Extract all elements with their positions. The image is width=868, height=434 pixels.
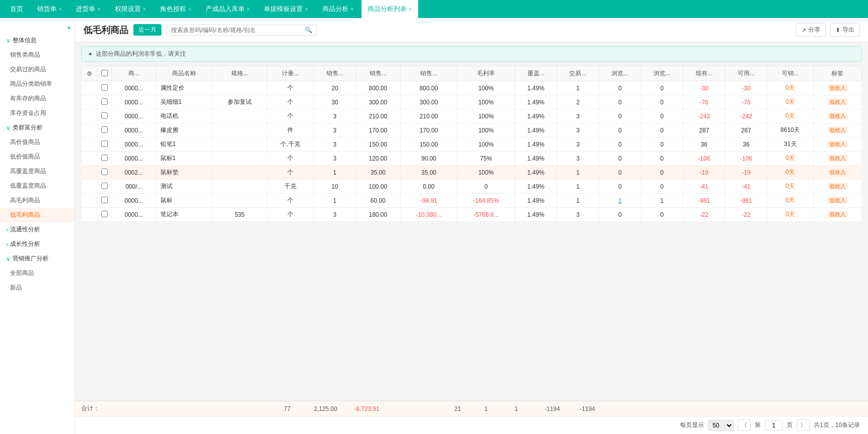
col-browse2-header[interactable]: 浏览... xyxy=(641,66,683,81)
row-saleable-days: 0天 xyxy=(767,194,813,208)
row-trans: 2 xyxy=(557,95,599,109)
row-select-checkbox[interactable] xyxy=(101,183,108,189)
sidebar-group-overall[interactable]: ∨ 整体信息 xyxy=(0,33,75,48)
row-checkbox[interactable] xyxy=(98,109,112,123)
prev-page-button[interactable]: 〈 xyxy=(738,419,751,431)
nav-sales-order[interactable]: 销货单 × xyxy=(31,0,68,18)
sidebar-collapse-btn[interactable]: « xyxy=(0,22,75,33)
row-select-checkbox[interactable] xyxy=(101,126,108,133)
row-select-checkbox[interactable] xyxy=(101,197,108,203)
search-icon[interactable]: 🔍 xyxy=(305,27,312,34)
col-tag-header[interactable]: 标签 xyxy=(813,66,861,81)
col-spec-header[interactable]: 规格... xyxy=(213,66,267,81)
sidebar-item-high-coverage[interactable]: 高覆盖度商品 xyxy=(0,164,75,179)
row-checkbox[interactable] xyxy=(98,208,112,222)
col-sales-profit-header[interactable]: 销售... xyxy=(400,66,457,81)
col-sales-price-header[interactable]: 销售... xyxy=(356,66,401,81)
sidebar-group-cluster[interactable]: ∨ 类群富分析 xyxy=(0,120,75,135)
nav-purchase-order[interactable]: 进货单 × xyxy=(70,0,106,18)
sidebar-item-high-value[interactable]: 高价值商品 xyxy=(0,135,75,150)
row-trans: 3 xyxy=(557,152,599,166)
sidebar-item-in-stock[interactable]: 有库存的商品 xyxy=(0,91,75,106)
row-unit: 千克 xyxy=(267,180,313,194)
row-select-checkbox[interactable] xyxy=(101,140,108,147)
row-select-checkbox[interactable] xyxy=(101,155,108,161)
row-gross-margin: 100% xyxy=(457,166,515,180)
sidebar-item-low-value[interactable]: 低价值商品 xyxy=(0,150,75,164)
tag-label: 低收入 xyxy=(827,112,848,119)
next-page-button[interactable]: 〉 xyxy=(797,419,810,431)
sidebar-item-low-coverage[interactable]: 低覆盖度商品 xyxy=(0,179,75,193)
row-select-checkbox[interactable] xyxy=(101,211,108,217)
col-trans-header[interactable]: 交易... xyxy=(557,66,599,81)
close-purchase-order-icon[interactable]: × xyxy=(97,6,100,12)
search-input[interactable] xyxy=(171,27,305,34)
sidebar-item-low-margin[interactable]: 低毛利商品 xyxy=(0,208,75,222)
sidebar-item-traded-goods[interactable]: 交易过的商品 xyxy=(0,62,75,77)
sidebar-group-growth[interactable]: › 成长性分析 xyxy=(0,237,75,251)
col-saleable-header[interactable]: 可销... xyxy=(767,66,813,81)
nav-product-analysis-list[interactable]: 商品分析列表 × xyxy=(362,0,418,18)
row-checkbox[interactable] xyxy=(98,123,112,137)
row-select-checkbox[interactable] xyxy=(101,112,108,119)
row-checkbox[interactable] xyxy=(98,180,112,194)
col-coverage-header[interactable]: 覆盖... xyxy=(515,66,557,81)
sidebar-group-circulation[interactable]: › 流通性分析 xyxy=(0,222,75,237)
sidebar-item-high-margin[interactable]: 高毛利商品 xyxy=(0,193,75,208)
row-tag: 低收入 xyxy=(813,166,861,180)
nav-home[interactable]: 首页 xyxy=(4,0,29,18)
close-sales-order-icon[interactable]: × xyxy=(59,6,62,12)
share-button[interactable]: ↗ 分享 xyxy=(796,23,826,37)
col-name-header[interactable]: 商品名称 xyxy=(156,66,212,81)
col-checkbox-header[interactable] xyxy=(98,66,112,81)
col-gross-margin-header[interactable]: 毛利率 xyxy=(457,66,515,81)
row-checkbox[interactable] xyxy=(98,152,112,166)
col-available-stock-header[interactable]: 可用... xyxy=(725,66,767,81)
row-settings xyxy=(82,180,98,194)
col-browse1-header[interactable]: 浏览... xyxy=(599,66,641,81)
row-settings xyxy=(82,137,98,152)
export-button[interactable]: ⬆ 导出 xyxy=(830,23,860,37)
close-product-analysis-icon[interactable]: × xyxy=(351,6,354,12)
nav-permissions[interactable]: 权限设置 × xyxy=(109,0,152,18)
row-select-checkbox[interactable] xyxy=(101,169,108,175)
row-checkbox[interactable] xyxy=(98,166,112,180)
nav-product-analysis[interactable]: 商品分析 × xyxy=(316,0,360,18)
col-sales-count-header[interactable]: 销售... xyxy=(314,66,356,81)
per-page-select[interactable]: 10 20 50 100 xyxy=(708,420,734,431)
col-unit-header[interactable]: 计量... xyxy=(267,66,313,81)
close-finished-goods-icon[interactable]: × xyxy=(247,6,250,12)
row-select-checkbox[interactable] xyxy=(101,98,108,105)
nav-role-auth[interactable]: 角色授权 × xyxy=(154,0,197,18)
row-sales-count: 1 xyxy=(314,166,356,180)
row-select-checkbox[interactable] xyxy=(101,84,108,91)
row-checkbox[interactable] xyxy=(98,137,112,152)
date-filter-button[interactable]: 近一月 xyxy=(133,24,161,36)
close-template-settings-icon[interactable]: × xyxy=(305,6,308,12)
table-row: 0000... 笔记本 535 个 3 180.00 -10,380... -5… xyxy=(82,208,862,222)
row-browse1[interactable]: 1 xyxy=(599,194,641,208)
sidebar-item-new-goods[interactable]: 新品 xyxy=(0,280,75,295)
select-all-checkbox[interactable] xyxy=(101,70,108,76)
col-code-header[interactable]: 商... xyxy=(112,66,156,81)
close-product-analysis-list-icon[interactable]: × xyxy=(409,6,412,12)
sidebar-item-category-rate[interactable]: 商品分类助销率 xyxy=(0,77,75,91)
row-checkbox[interactable] xyxy=(98,95,112,109)
col-current-stock-header[interactable]: 现有... xyxy=(683,66,725,81)
nav-template-settings[interactable]: 单据模板设置 × xyxy=(258,0,314,18)
nav-finished-goods[interactable]: 产成品入库单 × xyxy=(200,0,256,18)
close-permissions-icon[interactable]: × xyxy=(143,6,146,12)
row-coverage: 1.49% xyxy=(515,180,557,194)
col-settings[interactable]: ⚙ xyxy=(82,66,98,81)
sidebar-item-sales-goods[interactable]: 销售类商品 xyxy=(0,48,75,62)
current-page-input[interactable] xyxy=(765,420,783,430)
row-checkbox[interactable] xyxy=(98,194,112,208)
notice-text: 这部分商品的利润非常低，请关注 xyxy=(96,50,186,58)
row-checkbox[interactable] xyxy=(98,81,112,95)
row-tag: 低收入 xyxy=(813,137,861,152)
row-settings xyxy=(82,208,98,222)
sidebar-item-all-goods[interactable]: 全部商品 xyxy=(0,266,75,280)
sidebar-group-marketing[interactable]: ∨ 营销推广分析 xyxy=(0,251,75,266)
sidebar-item-stock-capital[interactable]: 库存资金占用 xyxy=(0,106,75,120)
close-role-auth-icon[interactable]: × xyxy=(188,6,191,12)
